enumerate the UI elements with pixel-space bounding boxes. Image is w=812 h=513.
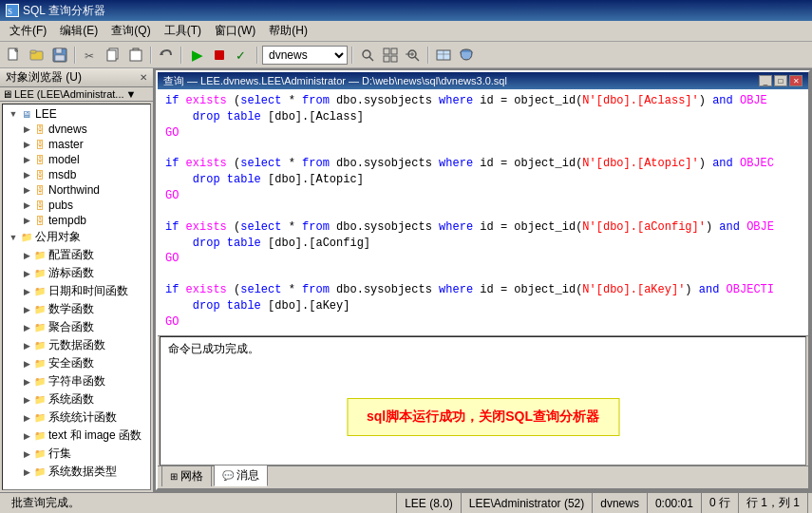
expand-icon[interactable]: ▶ xyxy=(20,214,33,227)
tree-datetime-funcs[interactable]: ▶ 📁 日期和时间函数 xyxy=(5,282,148,300)
copy-button[interactable] xyxy=(103,45,123,66)
tree-server-lee[interactable]: ▼ 🖥 LEE xyxy=(5,106,148,122)
tree-config-funcs[interactable]: ▶ 📁 配置函数 xyxy=(5,246,148,264)
tree-db-dvnews[interactable]: ▶ 🗄 dvnews xyxy=(5,122,148,137)
expand-icon[interactable]: ▶ xyxy=(20,285,33,298)
expand-icon[interactable]: ▼ xyxy=(7,107,20,121)
results-content: 命令已成功完成。 sql脚本运行成功，关闭SQL查询分析器 xyxy=(160,336,806,466)
expand-icon[interactable]: ▶ xyxy=(20,375,33,389)
expand-icon[interactable]: ▶ xyxy=(20,199,33,212)
stop-button[interactable] xyxy=(209,45,230,66)
object-search-button[interactable] xyxy=(357,45,378,66)
tree-db-tempdb[interactable]: ▶ 🗄 tempdb xyxy=(5,213,148,228)
query-title: 查询 — LEE.dvnews.LEE\Administrator — D:\w… xyxy=(163,74,507,88)
expand-icon[interactable]: ▶ xyxy=(20,429,33,443)
toolbar-sep-6 xyxy=(427,47,429,64)
tree-security-funcs[interactable]: ▶ 📁 安全函数 xyxy=(5,354,148,372)
folder-icon: 📁 xyxy=(33,375,47,389)
svg-rect-21 xyxy=(384,56,389,62)
tree-agg-funcs[interactable]: ▶ 📁 聚合函数 xyxy=(5,318,148,336)
results-area: 命令已成功完成。 sql脚本运行成功，关闭SQL查询分析器 ⊞ 网格 💬 消息 xyxy=(158,336,808,488)
tree-db-pubs[interactable]: ▶ 🗄 pubs xyxy=(5,198,148,213)
sql-line xyxy=(165,204,801,219)
undo-button[interactable] xyxy=(156,45,177,66)
menu-file[interactable]: 文件(F) xyxy=(4,21,52,41)
grid-view-button[interactable] xyxy=(380,45,401,66)
sql-line: GO xyxy=(165,251,801,267)
tree-db-northwind[interactable]: ▶ 🗄 Northwind xyxy=(5,182,148,198)
svg-text:✓: ✓ xyxy=(236,48,246,63)
expand-icon[interactable]: ▶ xyxy=(20,249,33,262)
parse-button[interactable]: ✓ xyxy=(232,45,253,66)
menu-bar: 文件(F) 编辑(E) 查询(Q) 工具(T) 窗口(W) 帮助(H) xyxy=(0,21,812,42)
tree-db-master[interactable]: ▶ 🗄 master xyxy=(5,137,148,152)
svg-point-17 xyxy=(363,50,370,58)
menu-window[interactable]: 窗口(W) xyxy=(209,21,261,41)
menu-help[interactable]: 帮助(H) xyxy=(263,21,313,41)
sql-code-area[interactable]: if exists (select * from dbo.sysobjects … xyxy=(158,89,808,336)
tree-area[interactable]: ▼ 🖥 LEE ▶ 🗄 dvnews ▶ 🗄 master ▶ 🗄 model xyxy=(2,104,151,490)
expand-icon[interactable]: ▶ xyxy=(20,267,33,280)
expand-icon[interactable]: ▶ xyxy=(20,303,33,316)
backup-button[interactable] xyxy=(456,45,477,66)
status-rows-text: 0 行 xyxy=(709,495,730,511)
menu-edit[interactable]: 编辑(E) xyxy=(54,21,104,41)
tree-string-funcs[interactable]: ▶ 📁 字符串函数 xyxy=(5,372,148,390)
close-button[interactable]: ✕ xyxy=(789,75,803,86)
restore-button[interactable]: □ xyxy=(774,75,787,86)
toolbar-sep-5 xyxy=(351,47,353,64)
panel-close-button[interactable]: ✕ xyxy=(140,72,147,83)
tree-rowset[interactable]: ▶ 📁 行集 xyxy=(5,445,148,463)
expand-icon[interactable]: ▼ xyxy=(7,231,20,244)
expand-icon[interactable]: ▶ xyxy=(20,321,33,334)
toolbar: ✂ ▶ ✓ dvnews xyxy=(0,42,812,68)
manage-button[interactable] xyxy=(433,45,454,66)
tree-label: 安全函数 xyxy=(48,355,94,371)
folder-icon: 📁 xyxy=(33,393,47,407)
save-button[interactable] xyxy=(49,45,70,66)
paste-button[interactable] xyxy=(125,45,146,66)
tab-grid[interactable]: ⊞ 网格 xyxy=(161,466,212,486)
expand-icon[interactable]: ▶ xyxy=(20,153,33,166)
status-completion-text: 批查询完成。 xyxy=(11,495,80,511)
tree-textimage-funcs[interactable]: ▶ 📁 text 和 image 函数 xyxy=(5,427,148,445)
sql-line: if exists (select * from dbo.sysobjects … xyxy=(165,156,801,172)
tree-sys-datatypes[interactable]: ▶ 📁 系统数据类型 xyxy=(5,463,148,481)
tree-cursor-funcs[interactable]: ▶ 📁 游标函数 xyxy=(5,264,148,282)
expand-icon[interactable]: ▶ xyxy=(20,447,33,461)
tree-sysstats-funcs[interactable]: ▶ 📁 系统统计函数 xyxy=(5,408,148,427)
new-button[interactable] xyxy=(4,45,25,66)
tree-sys-funcs[interactable]: ▶ 📁 系统函数 xyxy=(5,390,148,408)
tree-db-model[interactable]: ▶ 🗄 model xyxy=(5,152,148,167)
server-selector[interactable]: 🖥 LEE (LEE\Administrat... ▼ xyxy=(0,87,153,102)
server-dropdown-icon[interactable]: ▼ xyxy=(126,88,137,100)
expand-icon[interactable]: ▶ xyxy=(20,411,33,425)
expand-icon[interactable]: ▶ xyxy=(20,466,33,479)
menu-tools[interactable]: 工具(T) xyxy=(159,21,207,41)
menu-query[interactable]: 查询(Q) xyxy=(105,21,156,41)
svg-line-24 xyxy=(415,57,419,61)
database-selector[interactable]: dvnews xyxy=(262,46,348,65)
expand-icon[interactable]: ▶ xyxy=(20,183,33,197)
tree-math-funcs[interactable]: ▶ 📁 数学函数 xyxy=(5,300,148,318)
db-icon: 🗄 xyxy=(33,214,47,227)
sql-line xyxy=(165,141,801,156)
expand-icon[interactable]: ▶ xyxy=(20,138,33,151)
open-button[interactable] xyxy=(27,45,47,66)
cut-button[interactable]: ✂ xyxy=(80,45,101,66)
tree-label: 行集 xyxy=(48,446,71,462)
tab-messages[interactable]: 💬 消息 xyxy=(214,465,268,486)
minimize-button[interactable]: _ xyxy=(759,75,772,86)
tree-meta-funcs[interactable]: ▶ 📁 元数据函数 xyxy=(5,336,148,354)
tree-db-msdb[interactable]: ▶ 🗄 msdb xyxy=(5,167,148,182)
zoom-button[interactable] xyxy=(403,45,424,66)
expand-icon[interactable]: ▶ xyxy=(20,123,33,136)
tree-common-objects[interactable]: ▼ 📁 公用对象 xyxy=(5,228,148,246)
expand-icon[interactable]: ▶ xyxy=(20,339,33,352)
folder-icon: 📁 xyxy=(33,447,47,461)
expand-icon[interactable]: ▶ xyxy=(20,357,33,370)
run-button[interactable]: ▶ xyxy=(186,45,207,66)
expand-icon[interactable]: ▶ xyxy=(20,393,33,407)
app-icon: S xyxy=(6,4,19,17)
expand-icon[interactable]: ▶ xyxy=(20,168,33,181)
